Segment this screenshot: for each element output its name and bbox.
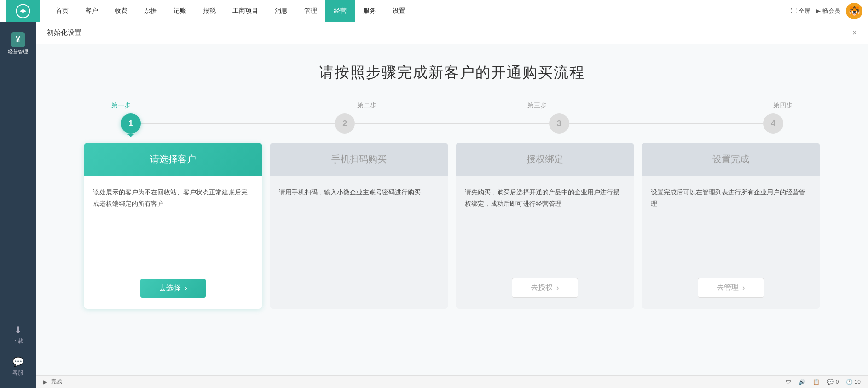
- content-area: 初始化设置 × 请按照步骤完成新客户的开通购买流程 第一步 第二步 第三步 第四…: [36, 22, 868, 388]
- step-label-2: 第二步: [282, 101, 452, 110]
- support-icon: 💬: [12, 356, 24, 367]
- go-manage-button[interactable]: 去管理 ›: [698, 278, 764, 298]
- nav-business[interactable]: 工商项目: [224, 0, 266, 22]
- card-3-header: 授权绑定: [456, 143, 634, 176]
- nav-customer[interactable]: 客户: [77, 0, 106, 22]
- card-3-footer: 去授权 ›: [456, 270, 634, 309]
- go-select-icon: ›: [185, 283, 187, 293]
- nav-right: ⛶ 全屏 ▶ 畅会员 🐯: [791, 3, 862, 19]
- step-circle-1: 1: [121, 113, 141, 134]
- page-title: 请按照步骤完成新客户的开通购买流程: [319, 63, 585, 83]
- go-authorize-button[interactable]: 去授权 ›: [512, 278, 578, 298]
- page-breadcrumb: 初始化设置: [47, 29, 81, 37]
- shield-icon: 🛡: [786, 379, 791, 385]
- card-1-header: 请选择客户: [84, 143, 262, 176]
- card-4-header: 设置完成: [642, 143, 820, 176]
- nav-fee[interactable]: 收费: [106, 0, 136, 22]
- sidebar: ¥ 经营管理 ⬇ 下载 💬 客服: [0, 22, 36, 388]
- card-1-body: 该处展示的客户为不在回收站、客户状态正常建账后完成老板端绑定的所有客户: [84, 176, 262, 271]
- go-select-button[interactable]: 去选择 ›: [140, 279, 206, 298]
- clipboard-icon: 📋: [813, 379, 820, 385]
- step-label-1: 第一步: [84, 101, 282, 110]
- go-authorize-icon: ›: [556, 283, 559, 293]
- nav-settings[interactable]: 设置: [384, 0, 414, 22]
- sidebar-support[interactable]: 💬 客服: [0, 351, 36, 382]
- step-card-3: 授权绑定 请先购买，购买后选择开通的产品中的企业用户进行授权绑定，成功后即可进行…: [456, 143, 634, 309]
- sidebar-item-label: 经营管理: [3, 49, 33, 55]
- sidebar-download[interactable]: ⬇ 下载: [0, 319, 36, 351]
- nav-manage[interactable]: 管理: [296, 0, 325, 22]
- step-circle-4: 4: [763, 113, 783, 134]
- logo: [6, 0, 40, 22]
- close-button[interactable]: ×: [852, 28, 857, 38]
- status-right: 🛡 🔊 📋 💬 0 🕐 10: [786, 379, 861, 385]
- play-status-icon: ▶: [43, 379, 47, 385]
- go-select-label: 去选择: [159, 283, 181, 293]
- steps-labels: 第一步 第二步 第三步 第四步: [84, 101, 820, 110]
- main-content: 请按照步骤完成新客户的开通购买流程 第一步 第二步 第三步 第四步 1 › 2: [36, 44, 868, 375]
- card-1-footer: 去选择 ›: [84, 271, 262, 309]
- nav-service[interactable]: 服务: [355, 0, 384, 22]
- nav-bill[interactable]: 票据: [136, 0, 165, 22]
- download-label: 下载: [12, 337, 23, 345]
- step-label-4: 第四步: [622, 101, 820, 110]
- avatar[interactable]: 🐯: [846, 3, 862, 19]
- step-line-3: ›: [569, 123, 763, 124]
- nav-tax[interactable]: 报税: [195, 0, 224, 22]
- member-label: 畅会员: [822, 7, 840, 15]
- support-label: 客服: [12, 369, 23, 377]
- go-manage-icon: ›: [742, 283, 745, 293]
- step-line-2: ›: [355, 123, 549, 124]
- operation-icon: ¥: [11, 32, 25, 47]
- step-card-1: 请选择客户 该处展示的客户为不在回收站、客户状态正常建账后完成老板端绑定的所有客…: [84, 143, 262, 309]
- status-bar: ▶ 完成 🛡 🔊 📋 💬 0 🕐 10: [36, 375, 868, 388]
- nav-home[interactable]: 首页: [47, 0, 77, 22]
- status-text: 完成: [51, 378, 62, 386]
- step-circle-2: 2: [335, 113, 355, 134]
- steps-container: 第一步 第二步 第三步 第四步 1 › 2 › 3: [84, 101, 820, 309]
- step-card-4: 设置完成 设置完成后可以在管理列表进行所有企业用户的经营管理 去管理 ›: [642, 143, 820, 309]
- card-4-body: 设置完成后可以在管理列表进行所有企业用户的经营管理: [642, 176, 820, 270]
- steps-progress: 1 › 2 › 3 › 4: [84, 113, 820, 134]
- card-2-header: 手机扫码购买: [270, 143, 448, 176]
- card-2-body: 请用手机扫码，输入小微企业主账号密码进行购买: [270, 176, 448, 290]
- step-cards: 请选择客户 该处展示的客户为不在回收站、客户状态正常建账后完成老板端绑定的所有客…: [84, 143, 820, 309]
- step-line-1: ›: [141, 123, 335, 124]
- message-count: 💬 0: [827, 379, 839, 385]
- card-3-body: 请先购买，购买后选择开通的产品中的企业用户进行授权绑定，成功后即可进行经营管理: [456, 176, 634, 270]
- card-4-footer: 去管理 ›: [642, 270, 820, 309]
- go-authorize-label: 去授权: [531, 283, 553, 293]
- fullscreen-icon: ⛶: [791, 7, 797, 14]
- card-2-footer: [270, 290, 448, 309]
- member-btn[interactable]: ▶ 畅会员: [816, 7, 840, 15]
- main-layout: ¥ 经营管理 ⬇ 下载 💬 客服 初始化设置 × 请按照步骤完成新客户的开通购买…: [0, 22, 868, 388]
- fullscreen-btn[interactable]: ⛶ 全屏: [791, 7, 810, 15]
- volume-icon: 🔊: [799, 379, 805, 385]
- go-manage-label: 去管理: [717, 283, 739, 293]
- content-header: 初始化设置 ×: [36, 22, 868, 44]
- download-icon: ⬇: [14, 324, 22, 335]
- time-icon: 🕐 10: [846, 379, 861, 385]
- play-icon: ▶: [816, 7, 821, 14]
- nav-operation[interactable]: 经营: [325, 0, 355, 22]
- sidebar-bottom: ⬇ 下载 💬 客服: [0, 319, 36, 388]
- nav-account[interactable]: 记账: [165, 0, 195, 22]
- nav-message[interactable]: 消息: [266, 0, 296, 22]
- fullscreen-label: 全屏: [799, 7, 810, 15]
- top-nav: 首页 客户 收费 票据 记账 报税 工商项目 消息 管理 经营 服务 设置 ⛶ …: [0, 0, 868, 22]
- nav-items: 首页 客户 收费 票据 记账 报税 工商项目 消息 管理 经营 服务 设置: [47, 0, 791, 22]
- sidebar-item-operation[interactable]: ¥ 经营管理: [0, 26, 36, 61]
- step-card-2: 手机扫码购买 请用手机扫码，输入小微企业主账号密码进行购买: [270, 143, 448, 309]
- step-label-3: 第三步: [452, 101, 622, 110]
- step-circle-3: 3: [549, 113, 569, 134]
